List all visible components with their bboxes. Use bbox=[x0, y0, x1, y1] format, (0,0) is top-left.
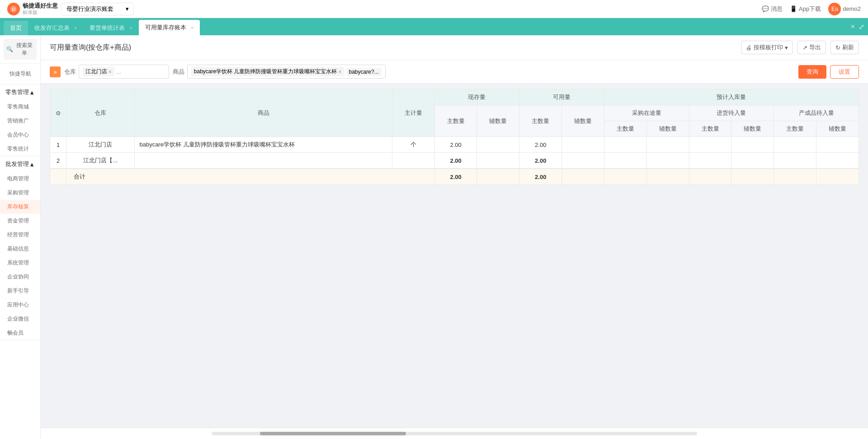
tab-home-label: 首页 bbox=[10, 24, 22, 32]
col-planned-header: 预计入库量 bbox=[604, 90, 859, 105]
warehouse-tag-remove[interactable]: × bbox=[108, 69, 112, 75]
template-print-button[interactable]: 🖨 按模板打印 ▾ bbox=[741, 41, 793, 54]
sidebar-item-wechat[interactable]: 企业微信 bbox=[0, 312, 40, 326]
table-container: ⚙ 仓库 商品 主计量 现存量 可用量 预计入库量 主数量 辅数量 主数量 辅数… bbox=[41, 84, 868, 428]
tab-home[interactable]: 首页 bbox=[4, 21, 28, 35]
app-download-button[interactable]: 📱 App下载 bbox=[790, 5, 821, 13]
cell-warehouse-1: 江北门店 bbox=[66, 137, 135, 153]
cell-production-main-1 bbox=[774, 137, 816, 153]
settings-icon[interactable]: ⚙ bbox=[56, 110, 61, 117]
close-all-tabs-button[interactable]: × bbox=[851, 23, 855, 31]
tab-order-stat-label: 要货单统计表 bbox=[90, 24, 125, 32]
sidebar-quick-nav-label: 快捷导航 bbox=[9, 71, 31, 77]
warehouse-filter: 仓库 江北门店 × ... bbox=[64, 65, 169, 79]
cell-avail-aux-1 bbox=[562, 137, 604, 153]
cell-purchase-main-1 bbox=[604, 137, 646, 153]
filter-toggle-button[interactable]: » bbox=[50, 66, 61, 77]
top-bar: 好 畅捷通好生意 标准版 母婴行业演示账套 ▾ 💬 消息 📱 App下载 Ea bbox=[0, 0, 868, 18]
sidebar-wholesale-label: 批发管理 bbox=[5, 160, 29, 168]
col-purchase-aux-header: 辅数量 bbox=[646, 121, 689, 137]
warehouse-more[interactable]: ... bbox=[116, 68, 121, 75]
export-button[interactable]: ↗ 导出 bbox=[797, 41, 826, 54]
product-filter: 商品 babycare学饮杯 儿童防摔防撞吸管杯重力球吸嘴杯宝宝水杯 × bab… bbox=[173, 65, 386, 79]
setting-button[interactable]: 设置 bbox=[830, 65, 859, 79]
tab-order-stat[interactable]: 要货单统计表 × bbox=[83, 21, 138, 35]
export-label: 导出 bbox=[809, 43, 821, 52]
tab-available-stock[interactable]: 可用量库存账本 × bbox=[139, 20, 200, 35]
cell-product-1: babycare学饮杯 儿童防摔防撞吸管杯重力球吸嘴杯宝宝水杯 bbox=[135, 137, 392, 153]
sidebar-item-retail-promo[interactable]: 营销推广 bbox=[0, 114, 40, 128]
scroll-thumb[interactable] bbox=[260, 432, 406, 435]
logo-sub: 标准版 bbox=[23, 9, 58, 15]
warehouse-input[interactable]: 江北门店 × ... bbox=[79, 65, 169, 79]
logo-area: 好 畅捷通好生意 标准版 bbox=[7, 2, 58, 15]
sidebar-item-finance[interactable]: 资金管理 bbox=[0, 214, 40, 228]
col-incoming-pending-header: 进货待入量 bbox=[689, 105, 774, 121]
col-stock-main-header: 主数量 bbox=[434, 105, 477, 137]
message-button[interactable]: 💬 消息 bbox=[762, 5, 783, 13]
avatar-initials: Ea bbox=[831, 6, 838, 12]
download-icon: 📱 bbox=[790, 5, 797, 12]
summary-label: 合计 bbox=[66, 169, 435, 185]
tab-available-stock-close[interactable]: × bbox=[191, 25, 193, 30]
print-icon: 🖨 bbox=[746, 44, 752, 51]
col-purchase-main-header: 主数量 bbox=[604, 121, 646, 137]
sidebar-item-operation[interactable]: 经营管理 bbox=[0, 228, 40, 242]
sidebar-item-quick-nav[interactable]: 快捷导航 bbox=[0, 66, 40, 81]
username-label: demo2 bbox=[843, 5, 861, 12]
industry-selector[interactable]: 母婴行业演示账套 ▾ bbox=[61, 3, 134, 15]
tab-receivable[interactable]: 收发存汇总表 × bbox=[28, 21, 83, 35]
main-layout: 🔍 搜索菜单 快捷导航 零售管理 ▲ 零售商城 营销推广 会员中心 bbox=[0, 35, 868, 439]
search-menu-button[interactable]: 🔍 搜索菜单 bbox=[4, 39, 37, 60]
cell-product-2 bbox=[135, 153, 392, 169]
cell-purchase-aux-1 bbox=[646, 137, 689, 153]
col-settings-header[interactable]: ⚙ bbox=[50, 90, 66, 137]
col-purchase-transit-header: 采购在途量 bbox=[604, 105, 689, 121]
product-input[interactable]: babycare学饮杯 儿童防摔防撞吸管杯重力球吸嘴杯宝宝水杯 × babyca… bbox=[187, 65, 386, 79]
maximize-button[interactable]: ⤢ bbox=[859, 23, 864, 31]
sidebar-item-ecommerce[interactable]: 电商管理 bbox=[0, 172, 40, 186]
cell-production-aux-2 bbox=[816, 153, 859, 169]
user-menu[interactable]: Ea demo2 bbox=[828, 3, 861, 15]
col-uom-header: 主计量 bbox=[392, 90, 434, 137]
col-warehouse-header: 仓库 bbox=[66, 90, 135, 137]
sidebar-item-retail-mall[interactable]: 零售商城 bbox=[0, 100, 40, 114]
logo-text: 畅捷通好生意 标准版 bbox=[23, 2, 58, 15]
sidebar-item-purchase[interactable]: 采购管理 bbox=[0, 186, 40, 200]
tab-order-stat-close[interactable]: × bbox=[129, 25, 132, 31]
sidebar-item-vip[interactable]: 畅会员 bbox=[0, 326, 40, 340]
sidebar-item-system[interactable]: 系统管理 bbox=[0, 256, 40, 270]
sidebar-item-inventory[interactable]: 库存核算 bbox=[0, 200, 40, 214]
cell-stock-main-1: 2.00 bbox=[434, 137, 477, 153]
sidebar-section-wholesale-header[interactable]: 批发管理 ▲ bbox=[0, 156, 40, 172]
product-tag-1-remove[interactable]: × bbox=[339, 69, 342, 75]
scroll-track[interactable] bbox=[212, 432, 697, 435]
sidebar-item-retail-stats[interactable]: 零售统计 bbox=[0, 142, 40, 156]
cell-stock-aux-2 bbox=[477, 153, 519, 169]
summary-stock-aux bbox=[477, 169, 519, 185]
sidebar-item-app-center[interactable]: 应用中心 bbox=[0, 298, 40, 312]
industry-label: 母婴行业演示账套 bbox=[66, 5, 113, 13]
sidebar: 🔍 搜索菜单 快捷导航 零售管理 ▲ 零售商城 营销推广 会员中心 bbox=[0, 35, 41, 439]
cell-avail-aux-2 bbox=[562, 153, 604, 169]
query-button[interactable]: 查询 bbox=[798, 65, 826, 79]
data-table: ⚙ 仓库 商品 主计量 现存量 可用量 预计入库量 主数量 辅数量 主数量 辅数… bbox=[50, 89, 859, 185]
sidebar-section-wholesale: 批发管理 ▲ 电商管理 采购管理 库存核算 资金管理 经营管理 基础信息 系 bbox=[0, 156, 40, 340]
tab-receivable-close[interactable]: × bbox=[74, 25, 77, 31]
sidebar-item-basic[interactable]: 基础信息 bbox=[0, 242, 40, 256]
cell-stock-main-2: 2.00 bbox=[434, 153, 477, 169]
sidebar-section-retail-header[interactable]: 零售管理 ▲ bbox=[0, 85, 40, 100]
nav-tabs: 首页 收发存汇总表 × 要货单统计表 × 可用量库存账本 × × ⤢ bbox=[0, 18, 868, 35]
table-row: 2 江北门店【... 2.00 2.00 bbox=[50, 153, 859, 169]
sidebar-search-area: 🔍 搜索菜单 bbox=[0, 35, 40, 64]
chevron-up-icon: ▲ bbox=[29, 89, 35, 96]
cell-uom-1: 个 bbox=[392, 137, 434, 153]
cell-purchase-aux-2 bbox=[646, 153, 689, 169]
top-bar-left: 好 畅捷通好生意 标准版 母婴行业演示账套 ▾ bbox=[7, 2, 134, 15]
sidebar-item-guide[interactable]: 新手引导 bbox=[0, 284, 40, 298]
refresh-button[interactable]: ↻ 刷新 bbox=[830, 41, 859, 54]
search-menu-label: 搜索菜单 bbox=[15, 42, 34, 57]
sidebar-item-member-center[interactable]: 会员中心 bbox=[0, 128, 40, 142]
content-area: 可用量查询(按仓库+商品) 🖨 按模板打印 ▾ ↗ 导出 ↻ 刷新 » bbox=[41, 35, 868, 439]
sidebar-item-enterprise[interactable]: 企业协同 bbox=[0, 270, 40, 284]
